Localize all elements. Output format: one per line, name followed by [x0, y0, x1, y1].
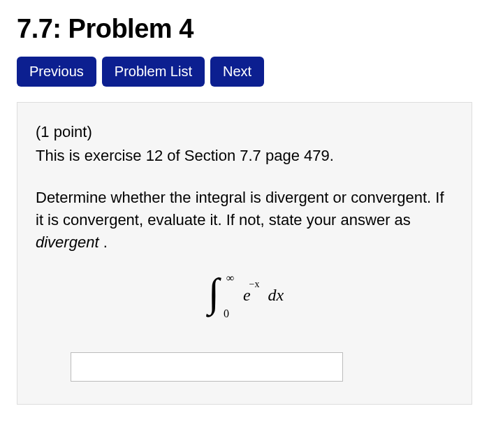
- integral-display: ∫ ∞ 0 e−x dx: [36, 273, 453, 324]
- problem-box: (1 point) This is exercise 12 of Section…: [17, 102, 472, 405]
- problem-list-button[interactable]: Problem List: [102, 57, 205, 87]
- integral-upper-bound: ∞: [226, 270, 234, 286]
- integral-lower-bound: 0: [224, 305, 229, 321]
- page-title: 7.7: Problem 4: [17, 14, 472, 44]
- instructions-text: Determine whether the integral is diverg…: [36, 189, 444, 229]
- exercise-reference: This is exercise 12 of Section 7.7 page …: [36, 145, 453, 167]
- previous-button[interactable]: Previous: [17, 57, 96, 87]
- differential: dx: [268, 283, 284, 308]
- next-button[interactable]: Next: [210, 57, 264, 87]
- instructions-emph: divergent: [36, 233, 99, 251]
- integrand-exponent: −x: [249, 279, 260, 289]
- instructions-tail: .: [99, 233, 108, 251]
- points-label: (1 point): [36, 121, 453, 143]
- answer-input[interactable]: [71, 352, 343, 382]
- integrand: e−x: [243, 283, 261, 308]
- nav-row: Previous Problem List Next: [17, 57, 472, 87]
- instructions: Determine whether the integral is diverg…: [36, 187, 453, 254]
- integral-sign-icon: ∫ ∞ 0: [205, 273, 231, 317]
